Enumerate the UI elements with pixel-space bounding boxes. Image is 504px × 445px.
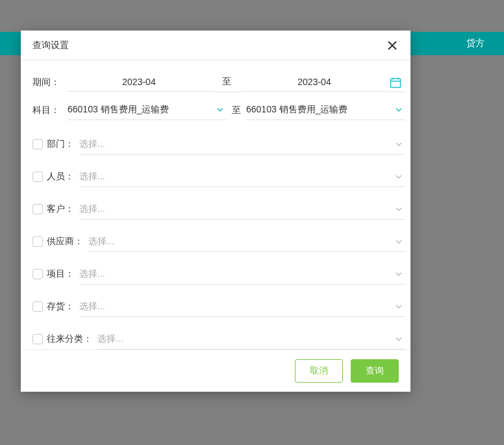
- department-label: 部门：: [47, 138, 74, 150]
- period-row: 期间： 2023-04 至 2023-04: [32, 72, 410, 100]
- chevron-down-icon: [214, 106, 227, 114]
- period-to-input[interactable]: 2023-04: [243, 73, 386, 92]
- subject-from-select[interactable]: 660103 销售费用_运输费: [68, 100, 227, 120]
- svg-rect-0: [391, 79, 401, 88]
- filter-row-supplier: 供应商： 选择...: [32, 225, 410, 258]
- supplier-checkbox[interactable]: [32, 236, 43, 247]
- select-placeholder: 选择...: [79, 171, 392, 183]
- project-select[interactable]: 选择...: [79, 264, 405, 285]
- modal-footer: 取消 查询: [21, 350, 410, 392]
- chevron-down-icon: [392, 205, 405, 213]
- select-placeholder: 选择...: [79, 203, 392, 215]
- select-placeholder: 选择...: [79, 138, 392, 150]
- inventory-label: 存货：: [47, 301, 74, 312]
- filter-row-category: 往来分类： 选择...: [32, 323, 410, 350]
- person-checkbox[interactable]: [32, 172, 43, 182]
- period-from-input[interactable]: 2023-04: [68, 73, 210, 92]
- filter-row-person: 人员： 选择...: [32, 160, 410, 193]
- customer-checkbox[interactable]: [32, 204, 43, 214]
- period-label: 期间：: [32, 77, 68, 88]
- subject-to-value: 660103 销售费用_运输费: [246, 104, 392, 116]
- subject-from-value: 660103 销售费用_运输费: [68, 104, 214, 116]
- person-label: 人员：: [47, 171, 74, 183]
- inventory-checkbox[interactable]: [32, 301, 43, 312]
- cancel-button[interactable]: 取消: [295, 359, 343, 383]
- bg-header-label: 贷方: [466, 38, 485, 49]
- project-checkbox[interactable]: [32, 269, 43, 279]
- chevron-down-icon: [392, 238, 405, 246]
- person-select[interactable]: 选择...: [79, 167, 405, 187]
- category-checkbox[interactable]: [32, 334, 43, 344]
- filter-row-inventory: 存货： 选择...: [32, 290, 410, 323]
- inventory-select[interactable]: 选择...: [79, 297, 405, 317]
- query-settings-modal: 查询设置 期间： 2023-04 至 2023-04 科目： 660103 销售…: [21, 31, 410, 392]
- category-select[interactable]: 选择...: [97, 329, 405, 350]
- close-icon: [388, 41, 397, 50]
- filter-row-department: 部门： 选择...: [32, 128, 410, 160]
- department-checkbox[interactable]: [32, 139, 43, 149]
- chevron-down-icon: [392, 303, 405, 311]
- subject-label: 科目：: [32, 105, 68, 116]
- modal-body: 期间： 2023-04 至 2023-04 科目： 660103 销售费用_运输…: [21, 60, 410, 350]
- chevron-down-icon: [392, 335, 405, 343]
- modal-title: 查询设置: [32, 40, 69, 51]
- department-select[interactable]: 选择...: [79, 134, 405, 155]
- calendar-button[interactable]: [386, 73, 405, 92]
- customer-label: 客户：: [47, 203, 74, 215]
- project-label: 项目：: [47, 268, 74, 280]
- calendar-icon: [390, 77, 401, 88]
- category-label: 往来分类：: [47, 333, 92, 345]
- modal-header: 查询设置: [21, 31, 410, 60]
- chevron-down-icon: [392, 140, 405, 148]
- supplier-select[interactable]: 选择...: [88, 232, 405, 252]
- select-placeholder: 选择...: [79, 301, 392, 312]
- subject-separator: 至: [227, 105, 246, 116]
- chevron-down-icon: [392, 106, 405, 114]
- supplier-label: 供应商：: [47, 236, 83, 248]
- filter-row-project: 项目： 选择...: [32, 258, 410, 290]
- subject-row: 科目： 660103 销售费用_运输费 至 660103 销售费用_运输费: [32, 100, 410, 128]
- subject-to-select[interactable]: 660103 销售费用_运输费: [246, 100, 405, 120]
- select-placeholder: 选择...: [79, 268, 392, 280]
- select-placeholder: 选择...: [88, 236, 392, 248]
- customer-select[interactable]: 选择...: [79, 199, 405, 220]
- filter-row-customer: 客户： 选择...: [32, 193, 410, 225]
- chevron-down-icon: [392, 173, 405, 181]
- select-placeholder: 选择...: [97, 333, 392, 345]
- query-button[interactable]: 查询: [351, 359, 399, 383]
- chevron-down-icon: [392, 270, 405, 278]
- close-button[interactable]: [386, 39, 399, 52]
- period-separator: 至: [210, 72, 243, 92]
